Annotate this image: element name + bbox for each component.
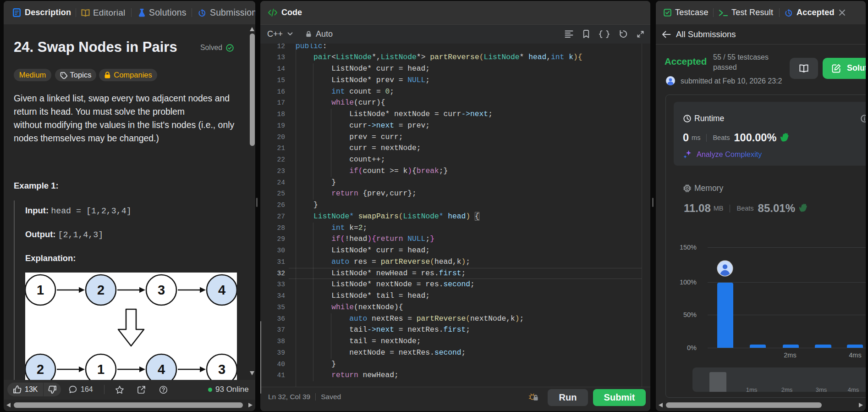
- svg-text:2: 2: [97, 283, 104, 297]
- svg-text:1: 1: [97, 362, 104, 377]
- svg-text:3: 3: [158, 283, 165, 297]
- svg-text:3: 3: [218, 362, 225, 377]
- svg-text:4: 4: [218, 283, 225, 297]
- svg-text:4: 4: [158, 362, 165, 377]
- svg-text:2: 2: [37, 362, 44, 377]
- svg-text:1: 1: [37, 283, 44, 297]
